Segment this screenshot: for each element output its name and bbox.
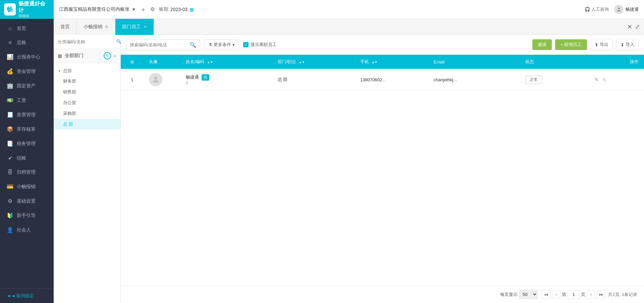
expense-icon: 💳	[7, 183, 13, 190]
settings-button[interactable]: ⚙	[150, 6, 155, 12]
name-cell: 畅捷通 部	[186, 74, 267, 81]
tax-icon: 📑	[7, 140, 13, 147]
content-area: 🔍 ▦ 全部部门 ✎ « ▼ 总部 财务部 销售部 办公室 采购部 总 部	[54, 35, 644, 303]
row-phone: 138070602...	[355, 69, 428, 91]
sidebar-item-cloud-report[interactable]: 📊 云报表中心	[0, 50, 54, 64]
sidebar-item-label: 新手引导	[17, 213, 36, 219]
row-actions: ✎ ⎋	[589, 69, 644, 91]
action-icons: ✎ ⎋	[594, 77, 639, 83]
first-page-button[interactable]: ⏮	[542, 290, 550, 299]
prev-page-button[interactable]: ‹	[552, 290, 560, 299]
show-resigned-checkbox[interactable]: ✓ 显示离职员工	[243, 42, 277, 48]
sidebar-item-expense[interactable]: 💳 小畅报销	[0, 179, 54, 194]
sidebar-item-social[interactable]: 👤 社会人	[0, 223, 54, 237]
col-settings[interactable]: ⚙	[121, 55, 144, 69]
sidebar-item-label: 税务管理	[17, 141, 36, 147]
per-page-select[interactable]: 50 100 200	[519, 290, 538, 299]
sidebar-item-payroll[interactable]: 💵 工资	[0, 93, 54, 107]
archive-icon: 🗄	[7, 169, 13, 175]
main-search-icon[interactable]: 🔍	[190, 42, 196, 48]
period-selector[interactable]: 账期 2023-03 ▦	[159, 6, 194, 12]
sidebar-item-invoice[interactable]: 🧾 发票管理	[0, 107, 54, 122]
company-selector[interactable]: 江西服宝精品有限责任公司内账张 ▼	[59, 6, 136, 12]
svg-point-1	[154, 77, 157, 80]
filter-label: 更多条件	[214, 42, 231, 48]
tab-home[interactable]: 首页	[54, 19, 77, 35]
export-button[interactable]: ⬆ 导出	[590, 39, 613, 50]
support-label: 人工咨询	[591, 6, 609, 12]
svg-point-0	[618, 7, 620, 9]
next-page-button[interactable]: ›	[587, 290, 595, 299]
pagination: 每页显示 50 100 200 ⏮ ‹ 第 页 › ⏭	[121, 286, 644, 303]
sidebar-item-tax[interactable]: 📑 税务管理	[0, 136, 54, 151]
sidebar-item-label: 小畅报销	[17, 184, 36, 190]
close-window-button[interactable]: ✕	[627, 23, 632, 31]
dept-collapse-icon[interactable]: «	[114, 53, 116, 58]
col-status: 状态	[520, 55, 589, 69]
sidebar-item-closing[interactable]: ✔ 结账	[0, 151, 54, 165]
tab-expense-close[interactable]: ✕	[105, 25, 108, 29]
sidebar-item-archive[interactable]: 🗄 归档管理	[0, 165, 54, 179]
unpin-button[interactable]: ◄◄ 取消固定	[0, 289, 54, 303]
calendar-icon[interactable]: ▦	[190, 7, 194, 12]
topbar-right: 🎧 人工咨询 畅捷通	[585, 5, 639, 14]
edit-button[interactable]: ✎	[594, 77, 599, 83]
sidebar-item-home[interactable]: ⌂ 首页	[0, 21, 54, 36]
filter-icon: ⚗	[208, 42, 212, 47]
col-dept[interactable]: 部门/职位 ▲▼	[272, 55, 355, 69]
sidebar-item-label: 固定资产	[17, 83, 36, 89]
page-input[interactable]	[568, 290, 580, 299]
row-email: chanjethkj...	[428, 69, 520, 91]
import-button[interactable]: ⬇ 导入	[616, 39, 639, 50]
user-menu[interactable]: 畅捷通	[614, 5, 639, 14]
sidebar-item-label: 资金管理	[17, 69, 36, 75]
tab-expense[interactable]: 小畅报销 ✕	[77, 19, 115, 35]
company-dropdown-icon[interactable]: ▼	[131, 7, 136, 12]
dept-header-text: 全部部门	[65, 53, 101, 59]
tab-department-close[interactable]: ✕	[144, 25, 147, 29]
cloud-report-icon: 📊	[7, 54, 13, 60]
last-page-button[interactable]: ⏭	[597, 290, 605, 299]
sort-name-icon[interactable]: ▲▼	[207, 61, 213, 64]
left-search-input[interactable]	[58, 39, 114, 44]
new-employee-button[interactable]: + 新增员工	[555, 39, 587, 50]
status-badge: 正常	[525, 76, 542, 84]
sidebar-item-fixed-assets[interactable]: 🏢 固定资产	[0, 79, 54, 93]
sidebar-item-settings[interactable]: ⚙ 基础设置	[0, 194, 54, 208]
col-phone[interactable]: 手机 ▲▼	[355, 55, 428, 69]
col-name[interactable]: 姓名/编码 ▲▼	[180, 55, 272, 69]
sidebar-item-label: 工资	[17, 97, 26, 103]
sidebar-item-label: 首页	[17, 26, 26, 32]
dept-group-total[interactable]: ▼ 总部	[54, 66, 120, 76]
sidebar-item-ledger[interactable]: ≡ 总账	[0, 36, 54, 50]
dept-child-finance[interactable]: 财务部	[54, 76, 120, 87]
maximize-window-button[interactable]: ⤢	[635, 23, 640, 31]
checkbox-label-text: 显示离职员工	[251, 42, 277, 48]
filter-button[interactable]: ⚗ 更多条件 ▾	[204, 39, 239, 50]
sort-phone-icon[interactable]: ▲▼	[371, 61, 377, 64]
tab-department[interactable]: 部门员工 ✕	[115, 19, 154, 35]
sidebar-item-label: 库存核算	[17, 126, 36, 132]
row-dept: 总 部	[272, 69, 355, 91]
invite-button[interactable]: 邀请	[532, 39, 552, 50]
support-button[interactable]: 🎧 人工咨询	[585, 6, 609, 12]
toolbar-right: 邀请 + 新增员工 ⬆ 导出 ⬇ 导入	[532, 39, 639, 50]
sidebar-item-inventory[interactable]: 📦 库存核算	[0, 122, 54, 136]
add-tab-button[interactable]: ＋	[140, 5, 146, 13]
main-search-input[interactable]	[130, 42, 187, 47]
sidebar-item-label: 云报表中心	[17, 54, 40, 60]
dept-child-purchase[interactable]: 采购部	[54, 108, 120, 119]
dept-child-office[interactable]: 办公室	[54, 97, 120, 108]
dept-edit-button[interactable]: ✎	[104, 52, 111, 59]
logout-button[interactable]: ⎋	[603, 77, 606, 83]
col-email: Email	[428, 55, 520, 69]
col-actions: 操作	[589, 55, 644, 69]
dept-child-sales[interactable]: 销售部	[54, 87, 120, 97]
dept-child-general[interactable]: 总 部	[54, 119, 120, 130]
user-label: 畅捷通	[626, 6, 639, 12]
tabs-bar: 首页 小畅报销 ✕ 部门员工 ✕ ✕ ⤢	[54, 19, 644, 35]
right-panel: 🔍 ⚗ 更多条件 ▾ ✓ 显示离职员工 邀请 + 新增员工	[121, 35, 644, 303]
sidebar-item-guide[interactable]: 🔰 新手引导	[0, 208, 54, 223]
sidebar-item-funds[interactable]: 💰 资金管理	[0, 64, 54, 79]
sort-dept-icon[interactable]: ▲▼	[299, 61, 305, 64]
